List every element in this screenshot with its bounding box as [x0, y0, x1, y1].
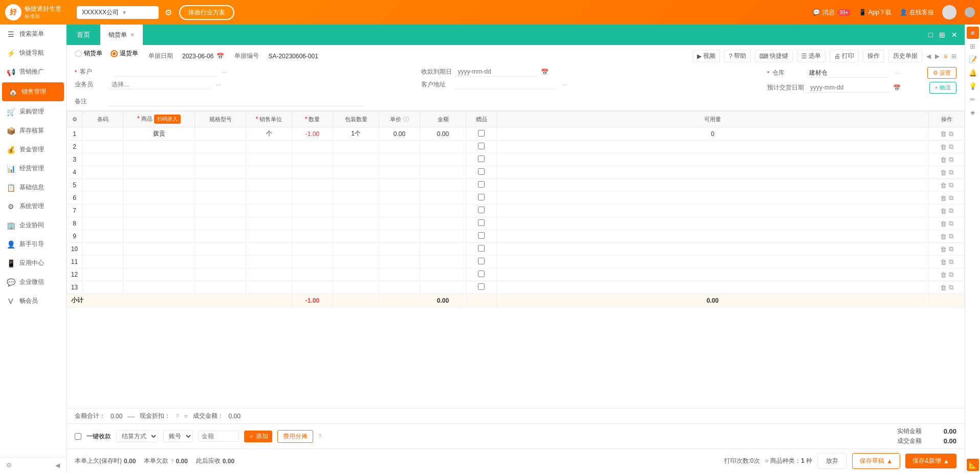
tab-sales-order[interactable]: 销货单 ✕: [100, 25, 143, 45]
copy-row-btn-8[interactable]: ⧉: [949, 219, 953, 228]
radio-return[interactable]: 退货单: [111, 49, 138, 58]
payment-account-select[interactable]: 账号: [163, 430, 193, 442]
right-panel-orange-btn[interactable]: 📐: [967, 459, 979, 471]
avatar[interactable]: [942, 5, 956, 19]
delete-row-btn-2[interactable]: 🗑: [940, 143, 947, 151]
tab-home[interactable]: 首页: [67, 25, 100, 45]
copy-row-btn-12[interactable]: ⧉: [949, 271, 953, 279]
delete-row-btn-13[interactable]: 🗑: [940, 284, 947, 291]
payment-amount-input[interactable]: [198, 431, 239, 442]
sidebar-item-quick-nav[interactable]: ⚡ 快捷导航: [0, 43, 66, 62]
message-btn[interactable]: 💬 消息 99+: [813, 8, 851, 17]
app-download-btn[interactable]: 📱 App下载: [859, 8, 891, 17]
tab-grid-icon[interactable]: ⊞: [937, 29, 947, 41]
copy-row-btn-10[interactable]: ⧉: [949, 245, 953, 253]
copy-row-btn-5[interactable]: ⧉: [949, 181, 953, 189]
customer-dots-icon[interactable]: ···: [221, 69, 226, 76]
receive-calendar-icon[interactable]: 📅: [541, 69, 549, 76]
gift-checkbox-10[interactable]: [478, 245, 485, 252]
delete-row-btn-4[interactable]: 🗑: [940, 169, 947, 176]
warehouse-dots-icon[interactable]: ···: [894, 70, 899, 77]
sidebar-item-newuser[interactable]: 👤 新手引导: [0, 235, 66, 254]
expense-split-btn[interactable]: 费用分摊: [277, 430, 313, 443]
doc-settings-btn[interactable]: ⚙ 设置: [927, 67, 956, 79]
gift-checkbox-8[interactable]: [478, 219, 485, 226]
discount-info-icon[interactable]: ?: [176, 413, 179, 419]
shortcut-btn[interactable]: ⌨ 快捷键: [755, 50, 793, 62]
right-panel-bell-icon[interactable]: 🔔: [967, 66, 979, 79]
print-btn[interactable]: 🖨 打印: [830, 50, 859, 62]
copy-row-btn-11[interactable]: ⧉: [949, 258, 953, 266]
product-type-icon[interactable]: ○: [765, 457, 769, 464]
copy-row-btn-6[interactable]: ⧉: [949, 194, 953, 202]
expense-info-icon[interactable]: ?: [318, 433, 321, 439]
sidebar-item-finance[interactable]: 💰 资金管理: [0, 140, 66, 159]
select-btn[interactable]: ☰ 选单: [797, 50, 825, 62]
gift-checkbox-2[interactable]: [478, 143, 485, 149]
gift-checkbox-6[interactable]: [478, 194, 485, 200]
sidebar-item-purchase[interactable]: 🛒 采购管理: [0, 102, 66, 121]
discard-btn[interactable]: 放弃: [817, 453, 847, 469]
company-selector[interactable]: XXXXXX公司 ▼: [77, 6, 159, 19]
nav-prev-icon[interactable]: ◀: [926, 53, 931, 60]
add-payment-btn[interactable]: ＋ 添加: [244, 431, 272, 442]
delete-row-btn-8[interactable]: 🗑: [940, 220, 947, 228]
gear-bottom-icon[interactable]: ⚙: [6, 462, 12, 469]
settings-icon[interactable]: ⚙: [163, 6, 174, 19]
operation-btn[interactable]: 操作: [863, 50, 884, 62]
delete-row-btn-1[interactable]: 🗑: [940, 130, 947, 138]
copy-row-btn-1[interactable]: ⧉: [949, 130, 953, 138]
delete-row-btn-9[interactable]: 🗑: [940, 233, 947, 240]
delete-row-btn-12[interactable]: 🗑: [940, 271, 947, 279]
sidebar-item-inventory[interactable]: 📦 库存核算: [0, 121, 66, 140]
gift-checkbox-3[interactable]: [478, 155, 485, 162]
payment-method-select[interactable]: 结算方式: [116, 430, 158, 442]
expected-calendar-icon[interactable]: 📅: [893, 84, 901, 92]
receive-date-input[interactable]: [455, 67, 538, 77]
gift-checkbox-11[interactable]: [478, 258, 485, 264]
warehouse-input[interactable]: [806, 68, 889, 78]
copy-row-btn-7[interactable]: ⧉: [949, 207, 953, 215]
delete-row-btn-3[interactable]: 🗑: [940, 156, 947, 164]
gift-checkbox-13[interactable]: [478, 283, 485, 290]
right-panel-bulb-icon[interactable]: 💡: [967, 80, 979, 92]
copy-row-btn-9[interactable]: ⧉: [949, 232, 953, 240]
salesman-input[interactable]: [108, 80, 211, 89]
sidebar-item-system[interactable]: ⚙ 系统管理: [0, 197, 66, 216]
one-key-payment-checkbox[interactable]: [75, 433, 81, 440]
copy-row-btn-4[interactable]: ⧉: [949, 168, 953, 176]
list-view-icon[interactable]: ≡: [944, 53, 947, 60]
logistics-btn[interactable]: + 物流: [929, 82, 956, 94]
sidebar-item-operations[interactable]: 📊 经营管理: [0, 159, 66, 178]
copy-row-btn-2[interactable]: ⧉: [949, 143, 953, 151]
nav-next-icon[interactable]: ▶: [935, 53, 940, 60]
help-btn[interactable]: ? 帮助: [724, 50, 751, 62]
video-btn[interactable]: ▶ 视频: [692, 50, 720, 62]
sidebar-item-marketing[interactable]: 📢 营销推广: [0, 62, 66, 81]
salesman-dots-icon[interactable]: ···: [216, 81, 221, 88]
copy-row-btn-3[interactable]: ⧉: [949, 155, 953, 164]
addr-dots-icon[interactable]: ···: [562, 81, 568, 88]
sidebar-item-appstore[interactable]: 📱 应用中心: [0, 254, 66, 273]
gift-checkbox-9[interactable]: [478, 232, 485, 239]
sidebar-item-sales[interactable]: 🏠 销售管理: [2, 82, 64, 101]
col-settings[interactable]: ⚙: [67, 111, 82, 127]
tab-expand-icon[interactable]: □: [927, 29, 935, 41]
right-panel-note-icon[interactable]: 📝: [967, 53, 979, 65]
gift-checkbox-1[interactable]: [478, 130, 485, 137]
calendar-icon[interactable]: 📅: [216, 53, 224, 60]
delete-row-btn-7[interactable]: 🗑: [940, 207, 947, 215]
service-btn[interactable]: 👤 在线客服: [900, 8, 934, 17]
gift-checkbox-5[interactable]: [478, 181, 485, 188]
sidebar-item-member[interactable]: V 畅会员: [0, 291, 66, 310]
sidebar-item-search[interactable]: ☰ 搜索菜单: [0, 25, 66, 43]
delete-row-btn-10[interactable]: 🗑: [940, 245, 947, 253]
tab-close-all-icon[interactable]: ✕: [949, 29, 960, 41]
save-new-btn[interactable]: 保存&新增 ▲: [905, 454, 956, 468]
expected-date-input[interactable]: [807, 83, 890, 93]
customer-addr-input[interactable]: [455, 80, 557, 89]
grid-view-icon[interactable]: ⊞: [951, 53, 956, 60]
right-panel-grid-icon[interactable]: ⊞: [967, 40, 979, 52]
debit-info-icon[interactable]: ?: [170, 458, 173, 464]
tab-close-icon[interactable]: ✕: [130, 32, 135, 38]
